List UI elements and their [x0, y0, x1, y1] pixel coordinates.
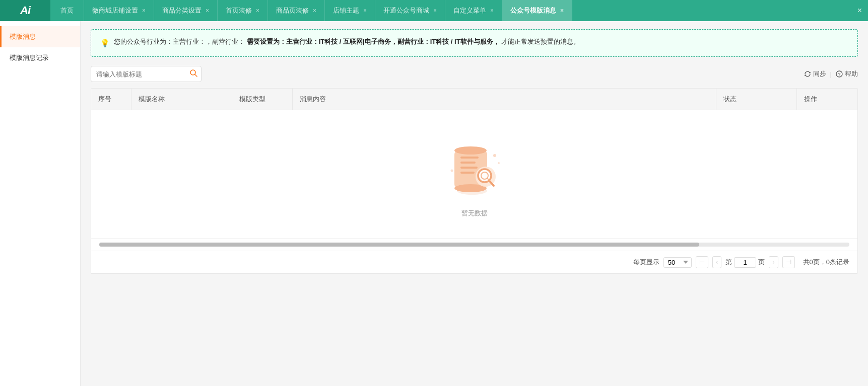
close-tab-shop-theme[interactable]: ×	[363, 7, 367, 14]
empty-text: 暂无数据	[461, 209, 488, 218]
tab-bar: 首页 微商城店铺设置 × 商品分类设置 × 首页装修 × 商品页装修 × 店铺主…	[0, 0, 868, 21]
svg-rect-11	[460, 172, 475, 174]
col-index: 序号	[91, 89, 131, 110]
tab-bar-end: ×	[857, 0, 868, 21]
search-input[interactable]	[91, 66, 202, 82]
close-tab-product-decor[interactable]: ×	[313, 7, 316, 14]
svg-point-6	[454, 146, 487, 155]
content-area: 💡 您的公众号行业为：主营行业：，副营行业： 需要设置为：主营行业：IT科技 /…	[81, 21, 868, 386]
horizontal-scrollbar[interactable]	[99, 243, 849, 247]
table-header: 序号 模版名称 模版类型 消息内容 状态 操作	[91, 89, 857, 110]
page-unit: 页	[758, 258, 765, 267]
page-size-label: 每页显示	[633, 258, 659, 267]
svg-point-17	[493, 154, 496, 157]
tab-category-settings[interactable]: 商品分类设置 ×	[154, 0, 218, 21]
empty-state: 暂无数据	[91, 110, 857, 238]
help-icon: ?	[836, 70, 843, 78]
col-name: 模版名称	[131, 89, 232, 110]
scroll-track-wrapper	[91, 238, 857, 251]
tab-product-decor[interactable]: 商品页装修 ×	[268, 0, 325, 21]
next-page-button[interactable]: ›	[769, 256, 778, 268]
empty-state-icon	[444, 140, 505, 201]
svg-point-19	[450, 170, 453, 172]
search-input-wrapper	[91, 66, 202, 82]
col-type: 模版类型	[232, 89, 293, 110]
close-all-tabs-button[interactable]: ×	[857, 6, 862, 15]
search-button[interactable]	[190, 69, 197, 79]
page-size-select[interactable]: 50 10 20 100	[663, 257, 692, 268]
notice-icon: 💡	[100, 37, 110, 49]
data-table: 序号 模版名称 模版类型 消息内容 状态 操作	[91, 88, 858, 274]
sidebar: 模版消息 模版消息记录	[0, 21, 81, 386]
col-status: 状态	[716, 89, 797, 110]
close-tab-template-msg[interactable]: ×	[560, 7, 564, 14]
notice-box: 💡 您的公众号行业为：主营行业：，副营行业： 需要设置为：主营行业：IT科技 /…	[91, 29, 858, 57]
page-number-input[interactable]	[734, 257, 756, 268]
close-tab-open-mall[interactable]: ×	[433, 7, 437, 14]
search-icon	[190, 69, 197, 77]
close-tab-home-decor[interactable]: ×	[256, 7, 259, 14]
close-tab-custom-menu[interactable]: ×	[490, 7, 494, 14]
toolbar-right: 同步 | ? 帮助	[804, 69, 858, 79]
tab-template-msg[interactable]: 公众号模版消息 ×	[502, 0, 572, 21]
tab-weshop-settings[interactable]: 微商城店铺设置 ×	[84, 0, 154, 21]
tab-home-decor[interactable]: 首页装修 ×	[218, 0, 268, 21]
prev-page-button[interactable]: ‹	[712, 256, 721, 268]
svg-rect-10	[460, 167, 478, 169]
notice-text: 您的公众号行业为：主营行业：，副营行业： 需要设置为：主营行业：IT科技 / 互…	[114, 37, 580, 47]
svg-rect-8	[460, 157, 479, 159]
help-button[interactable]: ? 帮助	[836, 69, 858, 79]
col-action: 操作	[797, 89, 857, 110]
close-tab-category-settings[interactable]: ×	[206, 7, 209, 14]
first-page-button[interactable]: ⊢	[696, 256, 708, 268]
svg-line-1	[195, 74, 197, 76]
search-bar: 同步 | ? 帮助	[91, 66, 858, 82]
scroll-thumb	[99, 243, 699, 247]
col-content: 消息内容	[293, 89, 716, 110]
main-layout: 模版消息 模版消息记录 💡 您的公众号行业为：主营行业：，副营行业： 需要设置为…	[0, 21, 868, 386]
close-tab-weshop-settings[interactable]: ×	[142, 7, 146, 14]
sidebar-item-template-msg[interactable]: 模版消息	[0, 26, 80, 47]
tab-custom-menu[interactable]: 自定义菜单 ×	[445, 0, 502, 21]
pagination: 每页显示 50 10 20 100 ⊢ ‹ 第 页 › ⊣ 共0页，0条记录	[91, 251, 857, 273]
sync-button[interactable]: 同步	[804, 69, 826, 79]
tab-shop-theme[interactable]: 店铺主题 ×	[325, 0, 375, 21]
svg-rect-9	[460, 162, 476, 164]
total-info: 共0页，0条记录	[803, 258, 849, 267]
tab-open-mall[interactable]: 开通公众号商城 ×	[375, 0, 445, 21]
tab-home[interactable]: 首页	[50, 0, 84, 21]
sidebar-item-template-records[interactable]: 模版消息记录	[0, 47, 80, 68]
page-input-wrapper: 第 页	[725, 257, 765, 268]
svg-point-18	[498, 162, 500, 164]
sync-icon	[804, 70, 811, 78]
last-page-button[interactable]: ⊣	[782, 256, 795, 268]
svg-text:?: ?	[838, 72, 840, 77]
page-label: 第	[725, 258, 732, 267]
logo: Ai	[0, 0, 50, 21]
toolbar-divider: |	[830, 70, 832, 78]
